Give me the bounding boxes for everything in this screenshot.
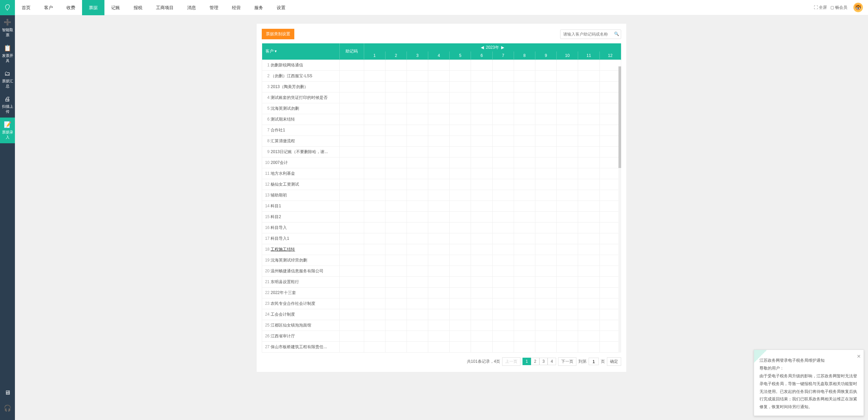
cell-m6[interactable] xyxy=(471,168,492,179)
cell-m2[interactable] xyxy=(385,211,407,222)
table-row[interactable]: 16 科目导入 xyxy=(262,222,621,233)
cell-m12[interactable] xyxy=(599,222,621,233)
cell-m6[interactable] xyxy=(471,255,492,266)
row-client[interactable]: 27 保山市板桥建筑工程有限责任... xyxy=(262,341,340,352)
month-col-11[interactable]: 11 xyxy=(578,51,599,60)
col-code[interactable]: 助记码 xyxy=(340,43,364,60)
cell-m7[interactable] xyxy=(492,287,514,298)
cell-m5[interactable] xyxy=(450,276,471,287)
cell-m9[interactable] xyxy=(535,222,557,233)
cell-m7[interactable] xyxy=(492,190,514,201)
fullscreen-button[interactable]: ⛶ 全屏 xyxy=(814,5,827,10)
table-row[interactable]: 4 测试账套的凭证打印的时候是否 xyxy=(262,92,621,103)
cell-m3[interactable] xyxy=(407,222,428,233)
cell-m4[interactable] xyxy=(428,298,450,309)
cell-m12[interactable] xyxy=(599,60,621,70)
cell-m12[interactable] xyxy=(599,125,621,135)
cell-m1[interactable] xyxy=(364,103,385,114)
row-code[interactable] xyxy=(340,103,364,114)
cell-m5[interactable] xyxy=(450,92,471,103)
row-client[interactable]: 2 （勿删）江西服宝-LSS xyxy=(262,70,340,81)
cell-m4[interactable] xyxy=(428,103,450,114)
cell-m5[interactable] xyxy=(450,179,471,190)
cell-m10[interactable] xyxy=(557,168,578,179)
cell-m9[interactable] xyxy=(535,341,557,352)
table-row[interactable]: 21 东明县设置鞋行 xyxy=(262,276,621,287)
cell-m6[interactable] xyxy=(471,114,492,125)
cell-m12[interactable] xyxy=(599,320,621,331)
cell-m11[interactable] xyxy=(578,298,599,309)
cell-m8[interactable] xyxy=(514,341,535,352)
cell-m3[interactable] xyxy=(407,341,428,352)
cell-m6[interactable] xyxy=(471,92,492,103)
cell-m1[interactable] xyxy=(364,201,385,211)
table-row[interactable]: 11 地方水利基金 xyxy=(262,168,621,179)
cell-m11[interactable] xyxy=(578,276,599,287)
row-code[interactable] xyxy=(340,244,364,255)
table-row[interactable]: 3 2013（陶美芳勿删） xyxy=(262,81,621,92)
cell-m8[interactable] xyxy=(514,201,535,211)
cell-m6[interactable] xyxy=(471,190,492,201)
cell-m3[interactable] xyxy=(407,211,428,222)
pager-page-4[interactable]: 4 xyxy=(548,358,556,365)
cell-m6[interactable] xyxy=(471,146,492,157)
cell-m12[interactable] xyxy=(599,244,621,255)
cell-m8[interactable] xyxy=(514,157,535,168)
cell-m9[interactable] xyxy=(535,244,557,255)
cell-m4[interactable] xyxy=(428,244,450,255)
table-row[interactable]: 25 江都区仙女镇泡泡面馆 xyxy=(262,320,621,331)
cell-m9[interactable] xyxy=(535,309,557,320)
cell-m3[interactable] xyxy=(407,244,428,255)
cell-m11[interactable] xyxy=(578,114,599,125)
nav-首页[interactable]: 首页 xyxy=(15,0,37,15)
cell-m11[interactable] xyxy=(578,309,599,320)
cell-m11[interactable] xyxy=(578,92,599,103)
cell-m6[interactable] xyxy=(471,103,492,114)
cell-m4[interactable] xyxy=(428,331,450,341)
cell-m5[interactable] xyxy=(450,233,471,244)
cell-m5[interactable] xyxy=(450,125,471,135)
month-col-2[interactable]: 2 xyxy=(385,51,407,60)
sidebar-item-票据汇总[interactable]: 🗂票据汇总 xyxy=(0,67,15,92)
row-code[interactable] xyxy=(340,222,364,233)
sidebar-item-发票开具[interactable]: 📋发票开具 xyxy=(0,41,15,67)
cell-m12[interactable] xyxy=(599,287,621,298)
cell-m10[interactable] xyxy=(557,135,578,146)
cell-m1[interactable] xyxy=(364,233,385,244)
cell-m3[interactable] xyxy=(407,233,428,244)
cell-m4[interactable] xyxy=(428,157,450,168)
cell-m7[interactable] xyxy=(492,81,514,92)
cell-m5[interactable] xyxy=(450,266,471,276)
cell-m4[interactable] xyxy=(428,168,450,179)
row-code[interactable] xyxy=(340,190,364,201)
cell-m4[interactable] xyxy=(428,135,450,146)
cell-m10[interactable] xyxy=(557,201,578,211)
cell-m10[interactable] xyxy=(557,309,578,320)
cell-m7[interactable] xyxy=(492,60,514,70)
table-row[interactable]: 19 沈海英测试经营勿删 xyxy=(262,255,621,266)
cell-m6[interactable] xyxy=(471,287,492,298)
cell-m6[interactable] xyxy=(471,331,492,341)
cell-m10[interactable] xyxy=(557,146,578,157)
row-code[interactable] xyxy=(340,309,364,320)
cell-m8[interactable] xyxy=(514,168,535,179)
cell-m11[interactable] xyxy=(578,157,599,168)
cell-m5[interactable] xyxy=(450,244,471,255)
cell-m7[interactable] xyxy=(492,233,514,244)
cell-m6[interactable] xyxy=(471,81,492,92)
cell-m1[interactable] xyxy=(364,331,385,341)
cell-m12[interactable] xyxy=(599,157,621,168)
cell-m8[interactable] xyxy=(514,114,535,125)
cell-m3[interactable] xyxy=(407,114,428,125)
cell-m3[interactable] xyxy=(407,125,428,135)
cell-m10[interactable] xyxy=(557,244,578,255)
cell-m8[interactable] xyxy=(514,287,535,298)
col-client[interactable]: 客户 ▾ xyxy=(262,43,340,60)
cell-m4[interactable] xyxy=(428,201,450,211)
cell-m11[interactable] xyxy=(578,266,599,276)
cell-m7[interactable] xyxy=(492,331,514,341)
cell-m1[interactable] xyxy=(364,135,385,146)
cell-m2[interactable] xyxy=(385,103,407,114)
cell-m9[interactable] xyxy=(535,298,557,309)
cell-m5[interactable] xyxy=(450,298,471,309)
